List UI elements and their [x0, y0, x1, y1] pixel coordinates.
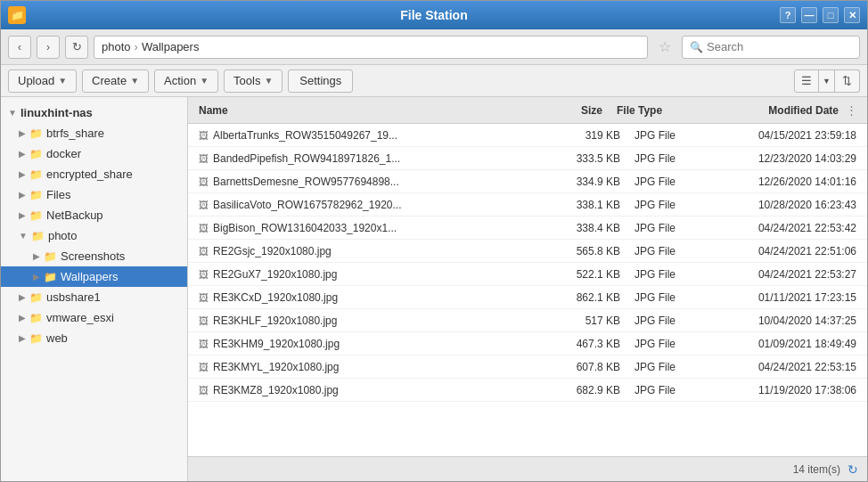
sidebar-label: Screenshots: [61, 249, 125, 263]
table-row[interactable]: 🖼 BandedPipefish_ROW9418971826_1... 333.…: [188, 147, 867, 170]
file-icon: 🖼: [199, 223, 209, 233]
list-view-button[interactable]: ☰: [794, 69, 819, 93]
file-type: JPG File: [627, 291, 717, 304]
col-header-size[interactable]: Size: [529, 104, 610, 117]
file-size: 682.9 KB: [547, 384, 627, 396]
action-arrow: ▼: [200, 76, 209, 86]
table-row[interactable]: 🖼 AlbertaTrunks_ROW3515049267_19... 319 …: [188, 124, 867, 147]
file-size: 334.9 KB: [547, 176, 627, 188]
sidebar-item-docker[interactable]: ▶ 📁 docker: [1, 143, 187, 164]
back-button[interactable]: ‹: [8, 36, 31, 59]
expand-icon: ▶: [19, 128, 26, 138]
table-row[interactable]: 🖼 RE3KHM9_1920x1080.jpg 467.3 KB JPG Fil…: [188, 332, 867, 355]
search-box[interactable]: 🔍: [682, 36, 860, 59]
file-type: JPG File: [627, 384, 717, 396]
col-header-name[interactable]: Name: [192, 104, 529, 117]
sidebar-item-netbackup[interactable]: ▶ 📁 NetBackup: [1, 205, 187, 225]
sidebar-item-usbshare1[interactable]: ▶ 📁 usbshare1: [1, 287, 187, 307]
sidebar-item-screenshots[interactable]: ▶ 📁 Screenshots: [1, 246, 187, 266]
expand-icon: ▶: [19, 333, 26, 343]
table-row[interactable]: 🖼 RE3KHLF_1920x1080.jpg 517 KB JPG File …: [188, 309, 867, 332]
maximize-button[interactable]: □: [823, 7, 839, 23]
file-date: 01/11/2021 17:23:15: [717, 291, 864, 304]
col-header-date[interactable]: Modified Date: [699, 104, 846, 117]
sidebar-label: encrypted_share: [46, 167, 133, 181]
file-size: 338.1 KB: [547, 199, 627, 211]
file-size: 565.8 KB: [547, 245, 627, 257]
window-controls: ? — □ ✕: [780, 7, 860, 23]
sidebar-item-vmware_esxi[interactable]: ▶ 📁 vmware_esxi: [1, 307, 187, 328]
sidebar-item-photo[interactable]: ▼ 📁 photo: [1, 225, 187, 246]
table-row[interactable]: 🖼 BasilicaVoto_ROW1675782962_1920... 338…: [188, 193, 867, 216]
table-row[interactable]: 🖼 RE3KMYL_1920x1080.jpg 607.8 KB JPG Fil…: [188, 355, 867, 379]
sidebar-label: Files: [46, 188, 70, 201]
file-type: JPG File: [627, 152, 717, 165]
path-bar[interactable]: photo › Wallpapers: [94, 36, 648, 59]
sidebar-item-wallpapers[interactable]: ▶ 📁 Wallpapers: [1, 266, 187, 287]
action-label: Action: [164, 74, 196, 87]
folder-icon: 📁: [29, 189, 43, 201]
create-button[interactable]: Create ▼: [82, 69, 149, 93]
file-type: JPG File: [627, 199, 717, 211]
status-refresh-button[interactable]: ↻: [848, 462, 858, 477]
file-icon: 🖼: [199, 130, 209, 141]
table-row[interactable]: 🖼 RE3KCxD_1920x1080.jpg 862.1 KB JPG Fil…: [188, 286, 867, 309]
table-row[interactable]: 🖼 RE2GuX7_1920x1080.jpg 522.1 KB JPG Fil…: [188, 263, 867, 286]
file-icon: 🖼: [199, 362, 209, 372]
file-date: 04/15/2021 23:59:18: [717, 129, 864, 142]
file-name: 🖼 BarnettsDemesne_ROW9577694898...: [192, 176, 547, 188]
col-header-more[interactable]: ⋮: [846, 103, 864, 117]
status-bar: 14 item(s) ↻: [188, 456, 867, 481]
file-type: JPG File: [627, 268, 717, 281]
sidebar-label: Wallpapers: [61, 270, 119, 283]
col-header-type[interactable]: File Type: [610, 104, 699, 117]
table-row[interactable]: 🖼 RE3KMZ8_1920x1080.jpg 682.9 KB JPG Fil…: [188, 379, 867, 402]
favorite-button[interactable]: ☆: [653, 36, 676, 59]
file-size: 333.5 KB: [547, 152, 627, 165]
path-part-wallpapers: Wallpapers: [142, 40, 200, 53]
sidebar-root[interactable]: ▼ linuxhint-nas: [1, 102, 187, 123]
path-separator: ›: [135, 40, 138, 53]
view-dropdown-button[interactable]: ▼: [819, 69, 835, 93]
table-row[interactable]: 🖼 RE2Gsjc_1920x1080.jpg 565.8 KB JPG Fil…: [188, 240, 867, 263]
help-button[interactable]: ?: [780, 7, 796, 23]
sidebar-label: usbshare1: [46, 290, 101, 304]
file-size: 522.1 KB: [547, 268, 627, 281]
expand-icon: ▶: [19, 292, 26, 302]
settings-button[interactable]: Settings: [288, 69, 353, 93]
file-name: 🖼 BandedPipefish_ROW9418971826_1...: [192, 152, 547, 165]
tools-button[interactable]: Tools ▼: [224, 69, 283, 93]
sort-button[interactable]: ⇅: [835, 69, 860, 93]
view-buttons: ☰ ▼ ⇅: [794, 69, 860, 93]
folder-icon: 📁: [44, 250, 57, 263]
forward-button[interactable]: ›: [37, 36, 60, 59]
upload-button[interactable]: Upload ▼: [8, 69, 77, 93]
sidebar-item-btrfs_share[interactable]: ▶ 📁 btrfs_share: [1, 123, 187, 143]
table-row[interactable]: 🖼 BarnettsDemesne_ROW9577694898... 334.9…: [188, 170, 867, 193]
search-input[interactable]: [707, 40, 840, 53]
file-icon: 🖼: [199, 176, 209, 187]
file-date: 11/19/2020 17:38:06: [717, 384, 864, 396]
close-button[interactable]: ✕: [844, 7, 860, 23]
refresh-button[interactable]: ↻: [65, 36, 88, 59]
root-expand-icon: ▼: [8, 108, 17, 118]
file-size: 319 KB: [547, 129, 627, 142]
file-date: 04/24/2021 22:53:42: [717, 222, 864, 234]
sidebar-item-encrypted_share[interactable]: ▶ 📁 encrypted_share: [1, 164, 187, 184]
sidebar-item-web[interactable]: ▶ 📁 web: [1, 328, 187, 348]
file-name: 🖼 AlbertaTrunks_ROW3515049267_19...: [192, 129, 547, 142]
file-name: 🖼 RE3KCxD_1920x1080.jpg: [192, 291, 547, 304]
upload-arrow: ▼: [58, 76, 67, 86]
file-name: 🖼 RE3KMYL_1920x1080.jpg: [192, 361, 547, 373]
file-icon: 🖼: [199, 246, 209, 257]
folder-icon: 📁: [29, 168, 43, 181]
table-row[interactable]: 🖼 BigBison_ROW1316042033_1920x1... 338.4…: [188, 216, 867, 240]
action-button[interactable]: Action ▼: [154, 69, 218, 93]
sidebar-item-files[interactable]: ▶ 📁 Files: [1, 184, 187, 205]
minimize-button[interactable]: —: [801, 7, 817, 23]
file-date: 10/28/2020 16:23:43: [717, 199, 864, 211]
file-type: JPG File: [627, 315, 717, 327]
path-part-photo: photo: [102, 40, 131, 53]
window-title: File Station: [400, 8, 467, 22]
file-type: JPG File: [627, 176, 717, 188]
